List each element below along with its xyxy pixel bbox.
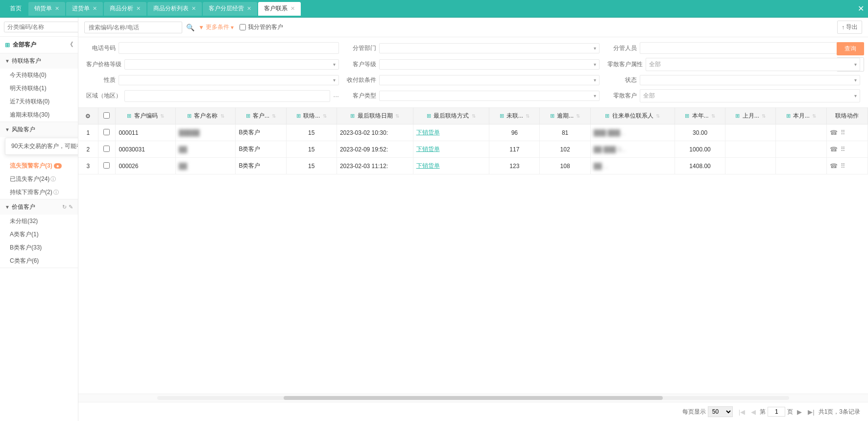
col-name[interactable]: ⊞ 客户名称 ⇅ (175, 108, 236, 124)
export-button[interactable]: ↑ 导出 (837, 21, 862, 34)
window-close-button[interactable]: ✕ (858, 4, 864, 13)
customer-type-select[interactable]: ▾ (379, 91, 600, 101)
payment-select[interactable]: ▾ (379, 75, 600, 85)
tab-customer-layer-close[interactable]: ✕ (247, 5, 251, 12)
row-code: 000026 (116, 158, 176, 174)
col-checkbox[interactable] (98, 108, 116, 124)
grade-select[interactable]: ▾ (379, 59, 600, 70)
settings-icon[interactable]: ⚙ (85, 113, 91, 120)
dept-select[interactable]: ▾ (379, 43, 600, 53)
edit-icon-value[interactable]: ✎ (69, 204, 73, 210)
region-dots-icon[interactable]: ··· (333, 92, 339, 100)
col-last-month-icon: ⊞ (735, 113, 740, 119)
sidebar-item-c-class[interactable]: C类客户(6) (0, 254, 78, 268)
row-contact-icon[interactable]: ☎ (830, 129, 838, 136)
churn-warning-badge: ● (54, 163, 62, 169)
row-more-icon[interactable]: ⠿ (841, 162, 845, 170)
group-value: ▼ 价值客户 ↻ ✎ 未分组(32) A类客户(1) B类客户(33) C类客户… (0, 199, 78, 268)
tab-analysis[interactable]: 商品分析 ✕ (104, 2, 146, 16)
more-conditions-button[interactable]: ▼ 更多条件 ▾ (198, 23, 234, 31)
sidebar-search-input[interactable] (4, 22, 78, 32)
first-page-button[interactable]: |◀ (737, 407, 747, 417)
region-input[interactable] (124, 90, 330, 102)
phone-input[interactable] (119, 42, 339, 54)
price-grade-select[interactable]: ▾ (124, 59, 339, 70)
row-last-method[interactable]: 下销货单 (413, 158, 489, 174)
tab-customer-contact[interactable]: 客户联系 ✕ (258, 2, 301, 16)
person-input[interactable] (640, 42, 851, 54)
col-code[interactable]: ⊞ 客户编码 ⇅ (116, 108, 176, 124)
zero-customer-select[interactable]: 全部 ▾ (640, 89, 860, 102)
row-checkbox-cell[interactable] (98, 124, 116, 141)
col-overdue[interactable]: ⊞ 逾期... ⇅ (540, 108, 590, 124)
col-last-method[interactable]: ⊞ 最后联络方式 ⇅ (413, 108, 489, 124)
col-contact-count[interactable]: ⊞ 联络... ⇅ (286, 108, 337, 124)
row-last-method[interactable]: 下销货单 (413, 141, 489, 158)
my-customers-checkbox[interactable]: 我分管的客户 (240, 23, 283, 31)
prev-page-button[interactable]: ◀ (749, 407, 758, 417)
col-no-contact[interactable]: ⊞ 未联... ⇅ (489, 108, 540, 124)
tab-analysis-close[interactable]: ✕ (136, 5, 141, 12)
col-contact-person[interactable]: ⊞ 往来单位联系人 ⇅ (590, 108, 675, 124)
sidebar-item-a-class[interactable]: A类客户(1) (0, 228, 78, 241)
col-last-month[interactable]: ⊞ 上月... ⇅ (725, 108, 776, 124)
sidebar-item-b-class[interactable]: B类客户(33) (0, 241, 78, 254)
sidebar-item-ungroup[interactable]: 未分组(32) (0, 215, 78, 228)
col-this-year[interactable]: ⊞ 本年... ⇅ (675, 108, 725, 124)
row-checkbox-cell[interactable] (98, 141, 116, 158)
tab-customer-contact-close[interactable]: ✕ (290, 5, 295, 12)
row-contact-person: ███ ███... (590, 124, 675, 141)
row-contact-icon[interactable]: ☎ (830, 146, 838, 153)
sidebar-item-today[interactable]: 今天待联络(0) (0, 69, 78, 82)
query-button[interactable]: 查询 (837, 42, 864, 55)
row-checkbox-cell[interactable] (98, 158, 116, 174)
status-select[interactable]: ▾ (640, 75, 860, 85)
row-checkbox[interactable] (103, 146, 110, 152)
tab-sales-close[interactable]: ✕ (55, 5, 59, 12)
next-page-button[interactable]: ▶ (795, 407, 804, 417)
tab-analysis-list[interactable]: 商品分析列表 ✕ (147, 2, 202, 16)
row-this-month (776, 158, 826, 174)
row-last-method[interactable]: 下销货单 (413, 124, 489, 141)
sidebar-item-declining[interactable]: 持续下滑客户(2) ⓘ (0, 186, 78, 199)
per-page-select[interactable]: 50 100 200 (708, 406, 733, 417)
page-number-input[interactable] (768, 407, 785, 417)
row-more-icon[interactable]: ⠿ (841, 146, 845, 153)
scrollbar-thumb[interactable] (284, 396, 663, 400)
row-checkbox[interactable] (103, 129, 110, 135)
last-page-button[interactable]: ▶| (806, 407, 816, 417)
total-records: 共1页，3条记录 (819, 408, 860, 416)
sidebar-item-churned[interactable]: 已流失客户(24) ⓘ (0, 173, 78, 186)
tab-analysis-list-close[interactable]: ✕ (192, 5, 196, 12)
tab-home[interactable]: 首页 (4, 2, 27, 16)
my-customers-checkbox-input[interactable] (240, 24, 246, 30)
tab-purchase[interactable]: 进货单 ✕ (66, 2, 103, 16)
group-value-header[interactable]: ▼ 价值客户 ↻ ✎ (0, 199, 78, 215)
group-pending-header[interactable]: ▼ 待联络客户 (0, 53, 78, 69)
col-type[interactable]: ⊞ 客户... ⇅ (236, 108, 286, 124)
select-all-checkbox[interactable] (103, 112, 110, 119)
nature-select[interactable]: ▾ (119, 75, 339, 85)
col-settings[interactable]: ⚙ (78, 108, 98, 124)
row-contact-icon[interactable]: ☎ (830, 162, 838, 170)
tab-purchase-close[interactable]: ✕ (93, 5, 97, 12)
row-last-date: 2023-02-03 11:12: (337, 158, 413, 174)
filter-search-input[interactable] (84, 22, 182, 33)
sidebar-item-overdue[interactable]: 逾期未联络(30) (0, 108, 78, 122)
tab-sales[interactable]: 销货单 ✕ (28, 2, 65, 16)
refresh-icon-value[interactable]: ↻ (62, 204, 67, 210)
tab-customer-layer[interactable]: 客户分层经营 ✕ (203, 2, 257, 16)
filter-search-button[interactable]: 🔍 (186, 24, 194, 31)
group-risk-header[interactable]: ▼ 风险客户 (0, 122, 78, 137)
row-more-icon[interactable]: ⠿ (841, 129, 845, 136)
all-customers-header[interactable]: ⊞ 全部客户 《 (0, 37, 78, 53)
row-last-date: 2023-02-09 19:52: (337, 141, 413, 158)
sidebar-item-7days[interactable]: 近7天待联络(0) (0, 95, 78, 108)
col-last-date[interactable]: ⊞ 最后联络日期 ⇅ (337, 108, 413, 124)
row-checkbox[interactable] (103, 162, 110, 169)
collapse-icon[interactable]: 《 (67, 41, 73, 49)
zero-attr-select[interactable]: 全部 ▾ (646, 58, 860, 71)
col-this-month[interactable]: ⊞ 本月... ⇅ (776, 108, 826, 124)
sidebar-item-tomorrow[interactable]: 明天待联络(1) (0, 82, 78, 95)
horizontal-scrollbar[interactable] (78, 394, 868, 402)
